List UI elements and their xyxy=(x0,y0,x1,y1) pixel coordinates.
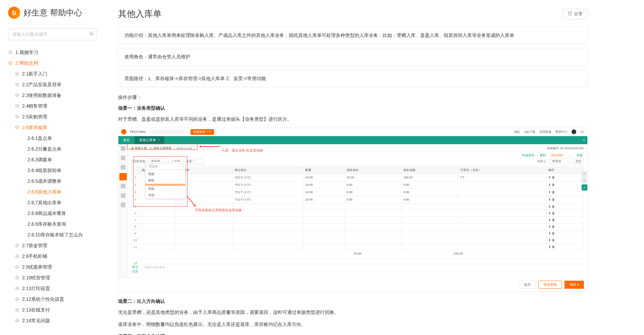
nav-label: 2.帮助文档 xyxy=(15,58,38,68)
table-row[interactable]: 2个(1个=1个)10.000.000.00⬇ 🗑 xyxy=(131,181,584,188)
nav-item[interactable]: 2.6.8商品成本重算 xyxy=(8,208,97,219)
nav-item[interactable]: 2.6.1盘点单 xyxy=(8,133,97,144)
nav-item[interactable]: 2.13在线支付 xyxy=(8,304,97,315)
ss-dd-item[interactable]: 其他 xyxy=(146,192,185,199)
nav-item[interactable]: 2.6.5成本调整单 xyxy=(8,176,97,186)
ss-rside-icon[interactable]: ⤢ xyxy=(582,184,588,190)
nav-item[interactable]: 2.4销售管理 xyxy=(8,101,97,111)
ss-tool[interactable]: 快速填充 xyxy=(521,153,536,158)
ss-search[interactable] xyxy=(150,129,187,134)
table-row[interactable]: 11⬇ 🗑 xyxy=(131,243,584,250)
ss-discard-button[interactable]: 放弃 xyxy=(519,281,536,289)
ss-tabbar-close[interactable]: × xyxy=(581,138,587,142)
brand-text: 好生意 帮助中心 xyxy=(23,7,82,18)
ss-tool[interactable]: ... xyxy=(567,153,573,158)
share-icon xyxy=(568,11,572,16)
nav-item[interactable]: 2.3使用前数据准备 xyxy=(8,90,97,101)
nav-item[interactable]: 2.帮助文档 xyxy=(8,58,97,68)
ss-side-icon[interactable] xyxy=(121,184,125,188)
ss-draft-button[interactable]: 保存草稿 xyxy=(538,281,562,289)
nav-item[interactable]: 2.12系统个性化设置 xyxy=(8,294,97,304)
ss-rside-icon[interactable]: ⇱ xyxy=(582,171,588,177)
ss-radio-in[interactable]: 其他入库 xyxy=(131,146,147,151)
ss-side-icon[interactable] xyxy=(121,165,125,170)
logo[interactable]: b 好生意 帮助中心 xyxy=(8,7,97,19)
close-icon[interactable]: × xyxy=(158,138,160,142)
ss-tabbar: 首页 其他入库单× × xyxy=(118,136,587,144)
table-row[interactable]: 3个(1个=1个)10.000.000.00⬇ 🗑 xyxy=(131,188,584,196)
ss-link-cs[interactable]: 在线客服 xyxy=(539,130,551,134)
ss-side-icon[interactable] xyxy=(121,203,125,207)
scene1-desc: 对于受赠、盘盈或是拆装入库等不同的业务，是通过单据头【业务类型】进行区分。 xyxy=(118,115,588,124)
nav-item[interactable]: 1.视频学习 xyxy=(8,47,97,58)
svg-line-1 xyxy=(92,34,93,35)
ss-link-help[interactable]: 帮助中心 xyxy=(555,130,568,134)
nav-item[interactable]: 2.8手机旺铺 xyxy=(8,251,97,262)
ss-dd-item[interactable]: 受赠 xyxy=(146,171,185,177)
ss-biztype-dropdown[interactable]: 请选择 受赠 期初 拆卸 其他 xyxy=(145,162,185,199)
ss-tool[interactable]: 复制 xyxy=(538,153,547,158)
ss-side-icon[interactable] xyxy=(121,156,125,160)
ss-dd-item[interactable]: 期初 xyxy=(146,177,185,184)
nav-item[interactable]: 2.9优惠券管理 xyxy=(8,262,97,272)
ss-tool[interactable]: 历史单价 xyxy=(550,153,565,158)
ss-buy-button[interactable]: 我要购买一下 xyxy=(191,129,214,135)
ss-content: 其他入库 其他入库退库 2019-12-26 单据编号 JC-20191226-… xyxy=(128,144,587,278)
table-row[interactable]: 1个(1个=1个)10.0010.00100.007个⬇ 🗑 xyxy=(131,174,584,181)
nav-item[interactable]: 2.7资金管理 xyxy=(8,240,97,251)
ss-username[interactable]: CC xyxy=(580,130,585,133)
table-row[interactable]: 10⬇ 🗑 xyxy=(131,237,584,243)
nav-item[interactable]: 2.6.10库存账本错了怎么办 xyxy=(8,229,97,240)
nav-label: 2.6.2分量盘点单 xyxy=(28,144,61,154)
ss-save-button[interactable]: 保存 ▾ xyxy=(565,281,584,289)
nav-item[interactable]: 2.6.3调拨单 xyxy=(8,154,97,165)
ss-tool[interactable]: 设置 xyxy=(575,153,584,158)
search-icon[interactable] xyxy=(89,32,94,37)
ss-link-app[interactable]: App下载 xyxy=(524,130,535,134)
nav-label: 2.6.8商品成本重算 xyxy=(28,208,66,219)
svg-point-0 xyxy=(90,32,93,35)
ss-avatar[interactable] xyxy=(572,129,576,134)
nav-item[interactable]: 2.2产品安装及登录 xyxy=(8,79,97,90)
ss-side-icon[interactable] xyxy=(121,193,125,198)
ss-dd-item[interactable]: 拆卸 xyxy=(146,186,185,192)
nav-item[interactable]: 2.6.9库存账本查询 xyxy=(8,219,97,229)
ss-handler-select[interactable]: 管理员 xyxy=(550,159,570,164)
ss-link-msg[interactable]: 消息 xyxy=(514,130,520,134)
nav-item[interactable]: 2.6.7其他出库单 xyxy=(8,197,97,208)
nav-item[interactable]: 2.6库存核算 xyxy=(8,122,97,133)
nav-label: 2.6.9库存账本查询 xyxy=(28,219,66,229)
search-input[interactable] xyxy=(8,28,97,40)
share-button[interactable]: 分享 xyxy=(563,9,588,19)
ss-tab-active[interactable]: 其他入库单× xyxy=(135,136,164,144)
page-title: 其他入库单 xyxy=(118,8,162,20)
ss-date-field[interactable]: 2019-12-26 xyxy=(174,146,194,151)
nav-item[interactable]: 2.6.4组装拆卸单 xyxy=(8,165,97,176)
role-label: 使用角色： xyxy=(124,54,148,59)
ss-tab-home[interactable]: 首页 xyxy=(118,136,135,144)
table-row[interactable]: 8⬇ 🗑 xyxy=(131,223,584,230)
table-row[interactable]: 4个(1个=1个)10.000.000.00⬇ 🗑 xyxy=(131,196,584,203)
nav-item[interactable]: 2.6.2分量盘点单 xyxy=(8,144,97,154)
ss-totals: 40.00 100.00 xyxy=(131,250,584,257)
nav-item[interactable]: 2.10经营管理 xyxy=(8,272,97,283)
nav-item[interactable]: 2.5采购管理 xyxy=(8,111,97,122)
table-row[interactable]: 7⬇ 🗑 xyxy=(131,217,584,223)
nav-label: 2.14常见问题 xyxy=(22,315,50,326)
table-row[interactable]: 9⬇ 🗑 xyxy=(131,230,584,237)
plus-icon xyxy=(15,275,19,280)
ss-side-icon-active[interactable] xyxy=(121,174,125,179)
nav-item[interactable]: 2.11打印设置 xyxy=(8,283,97,294)
ss-rside-icon[interactable]: ✎ xyxy=(582,178,588,184)
nav-label: 2.4销售管理 xyxy=(22,101,47,111)
ss-dd-search[interactable]: 请选择 xyxy=(147,163,184,170)
nav-item[interactable]: 2.6.6其他入库单 xyxy=(8,186,97,197)
nav-item[interactable]: 2.1新手入门 xyxy=(8,68,97,79)
nav-item[interactable]: 2.14常见问题 xyxy=(8,315,97,326)
ss-radio-return[interactable]: 其他入库退库 xyxy=(150,146,171,151)
ss-remark-input[interactable]: 请输入单据备注 xyxy=(142,264,584,271)
ss-side-icon[interactable] xyxy=(121,146,125,151)
ss-warehouse-select[interactable]: 仓库一 xyxy=(183,159,204,164)
scene1-title: 场景一：业务类型确认 xyxy=(118,105,588,111)
ss-history-btn[interactable]: 历史 xyxy=(573,159,584,164)
